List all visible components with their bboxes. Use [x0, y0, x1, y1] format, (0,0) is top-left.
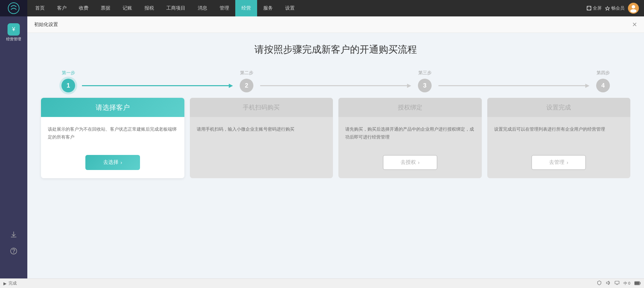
main-content: 初始化设置 ✕ 请按照步骤完成新客户的开通购买流程 第一步 1 ▶ 第二步: [27, 16, 644, 278]
nav-item-invoice[interactable]: 票据: [95, 0, 116, 16]
wizard-title: 请按照步骤完成新客户的开通购买流程: [41, 43, 630, 56]
sidebar-download[interactable]: [0, 228, 27, 241]
card-1-btn[interactable]: 去选择 ›: [85, 155, 140, 170]
svg-rect-7: [615, 281, 619, 284]
user-avatar[interactable]: [628, 3, 639, 14]
status-bar: ▶ 完成 中 0: [0, 278, 644, 288]
status-shield-icon: [597, 280, 602, 286]
step-1-label: 第一步: [62, 70, 75, 76]
steps-timeline: 第一步 1 ▶ 第二步 2 ▶: [41, 70, 630, 92]
status-text: 完成: [9, 280, 17, 286]
nav-item-service[interactable]: 服务: [257, 0, 279, 16]
nav-item-message[interactable]: 消息: [192, 0, 213, 16]
nav-item-settings[interactable]: 设置: [279, 0, 301, 16]
nav-item-bookkeeping[interactable]: 记账: [116, 0, 138, 16]
step-line-1: ▶: [82, 71, 233, 92]
nav-item-operation[interactable]: 经营: [235, 0, 257, 16]
card-3-footer: 去授权 ›: [338, 149, 482, 178]
step-2-circle: 2: [240, 79, 253, 92]
step-card-4: 设置完成 设置完成后可以在管理列表进行所有企业用户的经营管理 去管理 ›: [487, 98, 631, 178]
svg-rect-9: [640, 282, 641, 284]
sidebar-item-operation[interactable]: ¥ 经营管理: [0, 20, 27, 45]
svg-rect-10: [635, 282, 639, 285]
fullscreen-button[interactable]: 全屏: [587, 5, 602, 11]
operation-icon: ¥: [8, 23, 20, 36]
card-4-header: 设置完成: [487, 98, 631, 117]
card-2-footer: [190, 165, 333, 178]
step-3-label: 第三步: [418, 70, 432, 76]
step-card-3: 授权绑定 请先购买，购买后选择开通的产品中的企业用户进行授权绑定，成功后即可进行…: [338, 98, 482, 178]
step-2: 第二步 2: [233, 70, 260, 92]
nav-item-customer[interactable]: 客户: [51, 0, 73, 16]
card-3-btn[interactable]: 去授权 ›: [383, 155, 437, 170]
status-battery: [634, 281, 641, 286]
left-sidebar: ¥ 经营管理: [0, 16, 27, 278]
card-2-header: 手机扫码购买: [190, 98, 333, 117]
nav-item-home[interactable]: 首页: [29, 0, 51, 16]
step-4: 第四步 4: [589, 70, 617, 92]
nav-item-billing[interactable]: 收费: [73, 0, 95, 16]
status-screen-icon: [615, 280, 619, 286]
card-4-body: 设置完成后可以在管理列表进行所有企业用户的经营管理: [487, 117, 631, 149]
vip-button[interactable]: 畅会员: [605, 5, 625, 11]
page-header: 初始化设置 ✕: [27, 16, 644, 33]
close-button[interactable]: ✕: [632, 21, 637, 28]
svg-point-6: [14, 253, 14, 253]
sidebar-support[interactable]: [0, 244, 27, 258]
play-icon: ▶: [3, 281, 6, 286]
nav-item-business[interactable]: 工商项目: [160, 0, 192, 16]
nav-item-tax[interactable]: 报税: [138, 0, 160, 16]
step-3-circle: 3: [418, 79, 432, 92]
svg-point-3: [632, 5, 635, 9]
status-right: 中 0: [597, 280, 641, 286]
card-3-body: 请先购买，购买后选择开通的产品中的企业用户进行授权绑定，成功后即可进行经营管理: [338, 117, 482, 149]
nav-item-admin[interactable]: 管理: [213, 0, 235, 16]
step-2-label: 第二步: [240, 70, 253, 76]
svg-rect-1: [587, 6, 591, 10]
step-cards: 请选择客户 该处展示的客户为不在回收站、客户状态正常建账后完成老板端绑定的所有客…: [41, 98, 630, 178]
step-4-label: 第四步: [597, 70, 610, 76]
step-3: 第三步 3: [411, 70, 438, 92]
status-ime: 中 0: [624, 281, 630, 286]
card-3-header: 授权绑定: [338, 98, 482, 117]
svg-point-4: [630, 9, 636, 13]
step-1: 第一步 1: [55, 70, 82, 92]
card-1-header: 请选择客户: [41, 98, 184, 117]
status-sound-icon: [606, 280, 611, 286]
nav-right-actions: 全屏 畅会员: [587, 3, 639, 14]
card-1-footer: 去选择 ›: [41, 149, 184, 178]
status-left: ▶ 完成: [3, 280, 17, 286]
step-card-1: 请选择客户 该处展示的客户为不在回收站、客户状态正常建账后完成老板端绑定的所有客…: [41, 98, 184, 178]
card-2-body: 请用手机扫码，输入小微企业主账号密码进行购买: [190, 117, 333, 165]
step-card-2: 手机扫码购买 请用手机扫码，输入小微企业主账号密码进行购买: [190, 98, 333, 178]
wizard-container: 请按照步骤完成新客户的开通购买流程 第一步 1 ▶ 第二步 2: [27, 33, 644, 278]
app-logo: [0, 0, 27, 16]
top-navigation: 首页 客户 收费 票据 记账 报税 工商项目 消息 管理 经营 服务 设置 全屏…: [0, 0, 644, 16]
card-1-body: 该处展示的客户为不在回收站、客户状态正常建账后完成老板端绑定的所有客户: [41, 117, 184, 149]
step-line-2: ▶: [260, 71, 411, 92]
nav-menu: 首页 客户 收费 票据 记账 报税 工商项目 消息 管理 经营 服务 设置: [29, 0, 587, 16]
card-4-btn[interactable]: 去管理 ›: [531, 155, 586, 170]
sidebar-bottom-actions: [0, 228, 27, 258]
card-4-footer: 去管理 ›: [487, 149, 631, 178]
step-line-3: ▶: [438, 71, 589, 92]
page-title: 初始化设置: [34, 22, 58, 28]
svg-marker-2: [605, 6, 610, 10]
step-1-circle: 1: [61, 79, 75, 92]
step-4-circle: 4: [596, 79, 610, 92]
